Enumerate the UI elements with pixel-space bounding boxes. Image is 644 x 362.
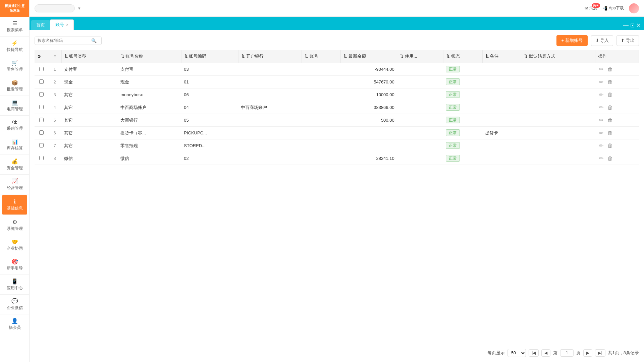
tab-minimize-button[interactable]: — xyxy=(623,22,629,28)
add-account-button[interactable]: + 新增账号 xyxy=(556,35,588,46)
edit-button[interactable]: ✏ xyxy=(598,79,605,85)
import-button[interactable]: ⬇ 导入 xyxy=(591,35,613,46)
col-settings[interactable]: ⚙ xyxy=(35,50,48,63)
row-checkbox[interactable] xyxy=(39,143,44,147)
row-settlement xyxy=(521,88,595,101)
col-action: 操作 xyxy=(595,50,639,63)
col-remark[interactable]: ⇅ 备注 xyxy=(482,50,521,63)
row-bank xyxy=(238,63,302,76)
sidebar-item-retail-mgmt[interactable]: 🛒 零售管理 xyxy=(0,56,29,76)
sidebar-item-finance-mgmt[interactable]: 💰 资金管理 xyxy=(0,155,29,175)
sidebar-item-label: 零售管理 xyxy=(2,67,28,72)
row-checkbox-cell[interactable] xyxy=(35,76,48,88)
top-search-input[interactable] xyxy=(35,4,75,12)
edit-button[interactable]: ✏ xyxy=(598,105,605,110)
col-settlement[interactable]: ⇅ 默认结算方式 xyxy=(521,50,595,63)
row-checkbox-cell[interactable] xyxy=(35,152,48,165)
row-status: 正常 xyxy=(443,76,482,88)
edit-button[interactable]: ✏ xyxy=(598,66,605,72)
accounts-table: ⚙ # ⇅ 账号类型 ⇅ 账号名称 ⇅ 账号编码 ⇅ 开户银行 ⇅ 账号 ⇅ 最… xyxy=(35,50,639,165)
row-account xyxy=(302,139,341,152)
row-checkbox-cell[interactable] xyxy=(35,139,48,152)
tab-account[interactable]: 账号 × xyxy=(50,19,74,30)
last-page-button[interactable]: ▶| xyxy=(595,349,605,357)
col-code[interactable]: ⇅ 账号编码 xyxy=(181,50,238,63)
pagination: 每页显示 50 20 100 |◀ ◀ 第 页 ▶ ▶| 共1页，8条记录 xyxy=(487,349,639,357)
sidebar-item-enterprise-agreement[interactable]: 🤝 企业协同 xyxy=(0,235,29,255)
row-num: 7 xyxy=(48,139,61,152)
sidebar-item-purchase-mgmt[interactable]: 🛍 采购管理 xyxy=(0,116,29,135)
sidebar-item-search-menu[interactable]: ☰ 搜索菜单 xyxy=(0,17,29,37)
per-page-select[interactable]: 50 20 100 xyxy=(507,349,526,357)
tab-close-button[interactable]: × xyxy=(66,22,68,27)
delete-button[interactable]: 🗑 xyxy=(606,156,614,161)
table-search-box[interactable]: 🔍 xyxy=(35,37,102,45)
col-bank[interactable]: ⇅ 开户银行 xyxy=(238,50,302,63)
current-page-input[interactable] xyxy=(560,349,574,357)
messages-button[interactable]: ✉ 消息 99+ xyxy=(585,5,597,11)
row-checkbox[interactable] xyxy=(39,130,44,135)
row-balance xyxy=(340,139,397,152)
row-checkbox-cell[interactable] xyxy=(35,114,48,127)
delete-button[interactable]: 🗑 xyxy=(606,92,614,98)
edit-button[interactable]: ✏ xyxy=(598,156,605,161)
delete-button[interactable]: 🗑 xyxy=(606,66,614,72)
row-checkbox-cell[interactable] xyxy=(35,63,48,76)
export-button[interactable]: ⬆ 导出 xyxy=(616,35,639,46)
app-download-button[interactable]: 📲 App下载 xyxy=(602,5,624,11)
sidebar-item-member[interactable]: 👤 畅会员 xyxy=(0,314,29,334)
row-checkbox[interactable] xyxy=(39,156,44,160)
delete-button[interactable]: 🗑 xyxy=(606,79,614,85)
row-checkbox[interactable] xyxy=(39,105,44,109)
delete-button[interactable]: 🗑 xyxy=(606,117,614,123)
sidebar-item-quick-nav[interactable]: ⚡ 快捷导航 xyxy=(0,37,29,56)
row-checkbox[interactable] xyxy=(39,79,44,84)
row-name: 提货卡（零... xyxy=(118,127,181,139)
sidebar-item-system-mgmt[interactable]: ⚙ 系统管理 xyxy=(0,216,29,235)
row-checkbox[interactable] xyxy=(39,118,44,122)
header-left: ▾ xyxy=(35,4,80,12)
col-balance[interactable]: ⇅ 最新余额 xyxy=(340,50,397,63)
tab-close-all-button[interactable]: ✕ xyxy=(636,22,641,28)
row-actions: ✏ 🗑 xyxy=(595,127,639,139)
sidebar-item-label: 电商管理 xyxy=(2,106,28,112)
row-actions: ✏ 🗑 xyxy=(595,63,639,76)
tab-maximize-button[interactable]: ⊡ xyxy=(630,22,635,28)
col-status[interactable]: ⇅ 状态 xyxy=(443,50,482,63)
row-checkbox[interactable] xyxy=(39,67,44,71)
sidebar-item-enterprise-wechat[interactable]: 💬 企业微信 xyxy=(0,295,29,314)
delete-button[interactable]: 🗑 xyxy=(606,130,614,136)
top-search-dropdown[interactable]: ▾ xyxy=(78,6,80,11)
sidebar-item-basic-info[interactable]: ℹ 基础信息 xyxy=(2,195,27,215)
edit-button[interactable]: ✏ xyxy=(598,130,605,136)
col-account[interactable]: ⇅ 账号 xyxy=(302,50,341,63)
col-type[interactable]: ⇅ 账号类型 xyxy=(61,50,118,63)
row-checkbox-cell[interactable] xyxy=(35,127,48,139)
edit-button[interactable]: ✏ xyxy=(598,117,605,123)
next-page-button[interactable]: ▶ xyxy=(583,349,592,357)
col-usage[interactable]: ⇅ 使用... xyxy=(397,50,443,63)
row-checkbox-cell[interactable] xyxy=(35,88,48,101)
row-checkbox-cell[interactable] xyxy=(35,101,48,114)
avatar[interactable] xyxy=(629,3,639,13)
search-icon[interactable]: 🔍 xyxy=(91,38,97,43)
sidebar-item-beginner-guide[interactable]: 🎯 新手引导 xyxy=(0,255,29,275)
sidebar-item-operations-mgmt[interactable]: 📈 经营管理 xyxy=(0,175,29,194)
edit-button[interactable]: ✏ xyxy=(598,143,605,148)
edit-button[interactable]: ✏ xyxy=(598,92,605,98)
row-checkbox[interactable] xyxy=(39,92,44,97)
col-name[interactable]: ⇅ 账号名称 xyxy=(118,50,181,63)
sidebar-item-label: 搜索菜单 xyxy=(2,27,28,33)
sidebar-item-inventory[interactable]: 📊 库存核算 xyxy=(0,135,29,155)
first-page-button[interactable]: |◀ xyxy=(529,349,539,357)
delete-button[interactable]: 🗑 xyxy=(606,105,614,110)
row-status: 正常 xyxy=(443,127,482,139)
sidebar-item-wholesale-mgmt[interactable]: 📦 批发管理 xyxy=(0,76,29,96)
table-search-input[interactable] xyxy=(38,38,91,43)
prev-page-button[interactable]: ◀ xyxy=(541,349,550,357)
tab-home[interactable]: 首页 xyxy=(31,20,50,30)
row-type: 其它 xyxy=(61,101,118,114)
delete-button[interactable]: 🗑 xyxy=(606,143,614,148)
sidebar-item-ecommerce-mgmt[interactable]: 💻 电商管理 xyxy=(0,96,29,116)
sidebar-item-app-center[interactable]: 📱 应用中心 xyxy=(0,275,29,295)
